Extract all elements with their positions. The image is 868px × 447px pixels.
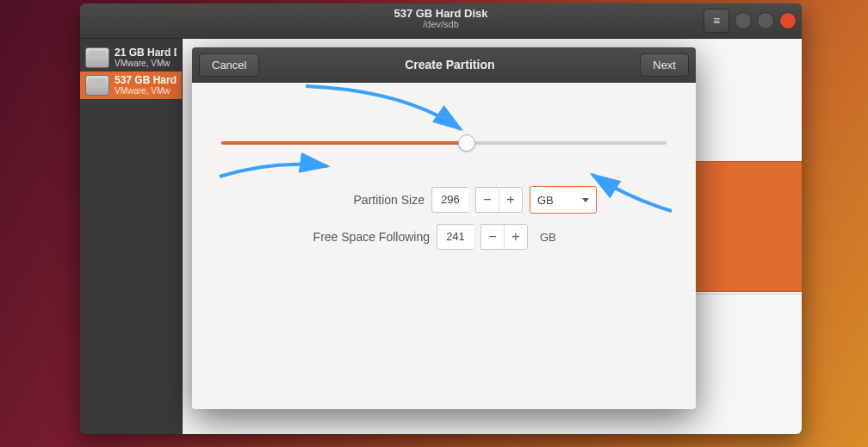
decrement-button[interactable]: −	[476, 188, 499, 212]
decrement-button[interactable]: −	[481, 225, 504, 249]
size-unit-value: GB	[537, 194, 554, 207]
main-title-block: 537 GB Hard Disk /dev/sdb	[80, 7, 802, 29]
disk-name: 537 GB Hard D	[115, 75, 177, 86]
minus-icon: −	[488, 229, 496, 245]
partition-size-input[interactable]: 296	[431, 187, 468, 213]
plus-icon: +	[512, 229, 519, 245]
slider-thumb[interactable]	[458, 134, 475, 152]
free-space-unit: GB	[535, 231, 592, 244]
disk-sidebar: 21 GB Hard D VMware, VMw 537 GB Hard D V…	[80, 39, 183, 434]
slider-fill	[221, 141, 466, 145]
increment-button[interactable]: +	[504, 225, 527, 249]
free-space-stepper: − +	[480, 224, 528, 250]
size-slider[interactable]	[221, 126, 666, 160]
minus-icon: −	[483, 192, 491, 208]
main-window-subtitle: /dev/sdb	[80, 19, 802, 29]
free-space-row: Free Space Following 241 − + GB	[296, 224, 592, 250]
maximize-button[interactable]	[757, 12, 774, 29]
hamburger-menu-button[interactable]: ≡	[704, 9, 729, 33]
hamburger-icon: ≡	[713, 14, 720, 28]
disk-vendor: VMware, VMw	[115, 59, 177, 68]
free-space-label: Free Space Following	[296, 230, 430, 244]
hard-disk-icon	[85, 47, 109, 68]
dialog-title: Create Partition	[405, 58, 494, 71]
create-partition-dialog: Cancel Create Partition Next Partition S…	[192, 47, 696, 409]
next-button[interactable]: Next	[640, 53, 689, 77]
increment-button[interactable]: +	[499, 188, 522, 212]
hard-disk-icon	[85, 75, 109, 96]
partition-size-label: Partition Size	[291, 193, 425, 207]
plus-icon: +	[506, 192, 514, 208]
size-unit-dropdown[interactable]: GB	[530, 186, 597, 214]
main-titlebar: 537 GB Hard Disk /dev/sdb ≡	[80, 3, 802, 39]
dialog-header: Cancel Create Partition Next	[192, 47, 696, 83]
close-button[interactable]	[779, 12, 797, 29]
minimize-button[interactable]	[735, 12, 752, 29]
sidebar-disk-item[interactable]: 537 GB Hard D VMware, VMw	[80, 71, 182, 99]
partition-size-row: Partition Size 296 − + GB	[291, 186, 597, 214]
sidebar-disk-item[interactable]: 21 GB Hard D VMware, VMw	[80, 44, 182, 71]
disk-vendor: VMware, VMw	[115, 86, 177, 96]
disk-name: 21 GB Hard D	[115, 47, 177, 59]
cancel-button[interactable]: Cancel	[199, 53, 259, 77]
chevron-down-icon	[582, 198, 589, 202]
main-window-title: 537 GB Hard Disk	[80, 7, 802, 20]
free-space-input[interactable]: 241	[437, 224, 474, 250]
partition-size-stepper: − +	[475, 187, 523, 213]
desktop-background: 537 GB Hard Disk /dev/sdb ≡ 21 GB Hard D…	[0, 0, 868, 447]
